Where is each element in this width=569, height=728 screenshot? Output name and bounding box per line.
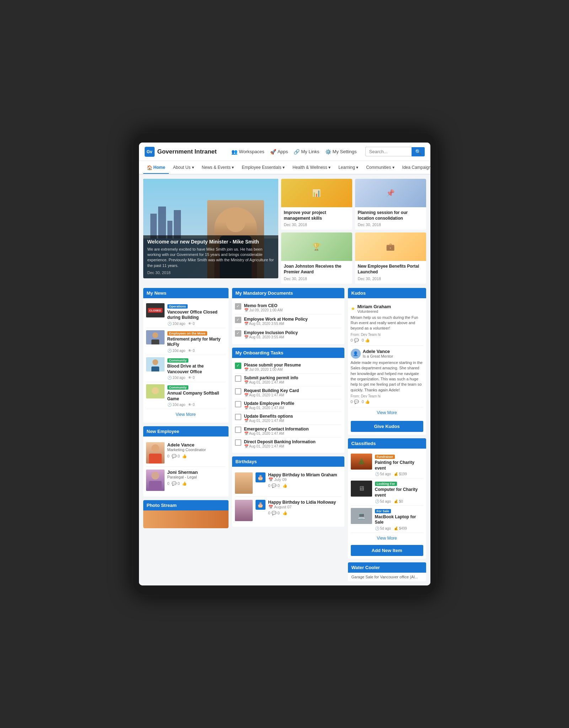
- col-mid: My Mandatory Documents ✓ Memo from CEO 📅…: [232, 288, 344, 527]
- task-info-1: Please submit your Resume 📅 Jul 09, 2020…: [244, 363, 301, 371]
- nav-learning[interactable]: Learning ▾: [335, 162, 362, 173]
- hero-card-4-title: New Employee Benefits Portal Launched: [358, 264, 423, 275]
- water-cooler-preview: Garage Sale for Vancouver office (Al...: [348, 573, 426, 581]
- settings-icon: ⚙️: [325, 149, 331, 155]
- bday-actions-2: 0 💬 0 👍: [268, 511, 342, 515]
- emp-avatar-1: [146, 442, 165, 464]
- birthday-item-1[interactable]: 🎂 Happy Birthday to Miriam Graham 📅 July…: [235, 470, 342, 497]
- hero-card-1[interactable]: 📊 Improve your project management skills…: [281, 179, 352, 230]
- mandatory-docs-widget: My Mandatory Documents ✓ Memo from CEO 📅…: [232, 288, 344, 344]
- onboarding-header: My Onboarding Tasks: [232, 348, 344, 358]
- classifieds-view-more[interactable]: View More: [351, 533, 423, 544]
- doc-item-1[interactable]: ✓ Memo from CEO 📅 Jul 09, 2020 1:00 AM: [235, 301, 342, 315]
- hero-card-3-title: Joan Johnston Receives the Premier Award: [284, 264, 349, 275]
- news-item-3[interactable]: Community Blood Drive at the Vancouver O…: [146, 355, 226, 382]
- nav-apps[interactable]: 🚀 Apps: [270, 149, 288, 155]
- task-item-6[interactable]: ✓ Emergency Contact Information 📅 Aug 01…: [235, 425, 342, 438]
- emp-info-1: Adele Vance Marketing Coordinator 0 💬 0 …: [167, 442, 226, 459]
- employee-item-1[interactable]: Adele Vance Marketing Coordinator 0 💬 0 …: [146, 439, 226, 467]
- classified-item-1[interactable]: 🌲 Fundraiser Painting for Charity event …: [351, 451, 423, 478]
- task-item-2[interactable]: ✓ Submit parking permit info 📅 Aug 01, 2…: [235, 374, 342, 386]
- nav-workspaces[interactable]: 👥 Workspaces: [231, 149, 264, 155]
- search-button[interactable]: 🔍: [412, 147, 425, 156]
- hero-main[interactable]: Welcome our new Deputy Minister - Mike S…: [143, 179, 278, 278]
- nav-about[interactable]: About Us ▾: [170, 162, 198, 173]
- task-date-6: 📅 Aug 01, 2020 1:47 AM: [244, 432, 309, 435]
- news-tag-4: Community: [167, 385, 189, 390]
- bday-date-2: 📅 August 07: [268, 505, 342, 509]
- news-meta-3: 🕐 10d ago 👁 0: [167, 376, 226, 380]
- news-thumb-3: [146, 357, 165, 371]
- hero-card-4[interactable]: 💼 New Employee Benefits Portal Launched …: [355, 232, 426, 283]
- task-title-1: Please submit your Resume: [244, 363, 301, 368]
- doc-info-2: Employee Work at Home Policy 📅 Aug 03, 2…: [244, 317, 308, 326]
- workspaces-icon: 👥: [231, 149, 237, 155]
- classified-tag-3: For Sale: [375, 509, 391, 513]
- task-item-3[interactable]: ✓ Request Building Key Card 📅 Aug 01, 20…: [235, 386, 342, 399]
- doc-item-2[interactable]: ✓ Employee Work at Home Policy 📅 Aug 03,…: [235, 315, 342, 328]
- nav-settings[interactable]: ⚙️ My Settings: [325, 149, 357, 155]
- doc-check-2: ✓: [235, 317, 241, 323]
- kudo-item-1[interactable]: ★ Miriam Graham Volunteered Miriam help …: [351, 301, 423, 346]
- task-info-2: Submit parking permit info 📅 Aug 01, 202…: [244, 375, 299, 384]
- hero-card-1-title: Improve your project management skills: [284, 210, 349, 221]
- nav-health[interactable]: Health & Wellness ▾: [289, 162, 334, 173]
- classified-item-3[interactable]: 💻 For Sale MacBook Laptop for Sale 🕐 5d …: [351, 506, 423, 533]
- bday-name-2: Happy Birthday to Lidia Holloway: [268, 500, 342, 505]
- nav-home[interactable]: 🏠 Home: [143, 162, 169, 174]
- classified-item-2[interactable]: 🖥 Looking For Computer for Charity event…: [351, 478, 423, 505]
- doc-date-3: 📅 Aug 03, 2020 3:55 AM: [244, 335, 298, 339]
- my-news-header: My News: [143, 288, 229, 298]
- give-kudos-button[interactable]: Give Kudos: [351, 421, 423, 432]
- news-item-4[interactable]: Community Annual Company Softball Game 🕐…: [146, 382, 226, 409]
- new-employee-header: New Employee: [143, 426, 229, 437]
- bday-info-2: Happy Birthday to Lidia Holloway 📅 Augus…: [268, 500, 342, 515]
- task-item-1[interactable]: ✓ Please submit your Resume 📅 Jul 09, 20…: [235, 361, 342, 374]
- hero-card-2[interactable]: 📌 Planning session for our location cons…: [355, 179, 426, 230]
- hero-card-3[interactable]: 🏆 Joan Johnston Receives the Premier Awa…: [281, 232, 352, 283]
- emp-name-1: Adele Vance: [167, 442, 226, 448]
- task-check-5: ✓: [235, 414, 241, 420]
- nav-mylinks[interactable]: 🔗 My Links: [294, 149, 319, 155]
- add-new-item-button[interactable]: Add New Item: [351, 545, 423, 556]
- nav-bar: 🏠 Home About Us ▾ News & Events ▾ Employ…: [139, 161, 430, 175]
- bday-avatar-1: [235, 472, 253, 494]
- task-check-7: ✓: [235, 439, 241, 446]
- task-title-4: Update Employee Profile: [244, 401, 294, 406]
- news-title-2: Retirement party for Marty McFly: [167, 337, 226, 348]
- bday-avatar-2: [235, 500, 253, 521]
- classified-thumb-1: 🌲: [351, 454, 372, 470]
- task-item-5[interactable]: ✓ Update Benefits options 📅 Aug 01, 2020…: [235, 412, 342, 425]
- mandatory-docs-header: My Mandatory Documents: [232, 288, 344, 298]
- bday-icon-1: 🎂: [256, 472, 265, 482]
- kudo-actions-2: 0 💬 0 👍: [351, 400, 423, 404]
- task-item-7[interactable]: ✓ Direct Deposit Banking Information 📅 A…: [235, 438, 342, 450]
- task-date-7: 📅 Aug 01, 2020 1:47 AM: [244, 444, 316, 448]
- photo-stream-header: Photo Stream: [143, 500, 229, 510]
- col-left: My News CLOSED Operations V: [143, 288, 229, 529]
- news-item-1[interactable]: CLOSED Operations Vancouver Office Close…: [146, 301, 226, 328]
- task-item-4[interactable]: ✓ Update Employee Profile 📅 Aug 01, 2020…: [235, 399, 342, 412]
- search-input[interactable]: [365, 147, 412, 156]
- employee-item-2[interactable]: Joni Sherman Paralegal - Legal 0 💬 0 👍: [146, 467, 226, 494]
- nav-employee-essentials[interactable]: Employee Essentials ▾: [238, 162, 288, 173]
- task-title-6: Emergency Contact Information: [244, 427, 309, 432]
- classified-thumb-3: 💻: [351, 508, 372, 524]
- classified-thumb-2: 🖥: [351, 481, 372, 497]
- kudo-header-2: 👤 Adele Vance Is a Great Mentor: [351, 349, 423, 359]
- news-view-more[interactable]: View More: [146, 409, 226, 420]
- emp-title-1: Marketing Coordinator: [167, 448, 226, 452]
- nav-idea[interactable]: Idea Campaigns ▾: [399, 162, 430, 173]
- kudo-item-2[interactable]: 👤 Adele Vance Is a Great Mentor Adele ma…: [351, 346, 423, 407]
- birthday-item-2[interactable]: 🎂 Happy Birthday to Lidia Holloway 📅 Aug…: [235, 497, 342, 524]
- doc-item-3[interactable]: ✓ Employee Inclusion Policy 📅 Aug 03, 20…: [235, 328, 342, 341]
- news-item-2[interactable]: Employees on the Move Retirement party f…: [146, 328, 226, 355]
- doc-title-2: Employee Work at Home Policy: [244, 317, 308, 322]
- hero-section: Welcome our new Deputy Minister - Mike S…: [143, 179, 426, 283]
- emp-title-2: Paralegal - Legal: [167, 475, 226, 479]
- kudo-name-2: Adele Vance Is a Great Mentor: [363, 349, 393, 358]
- nav-communities[interactable]: Communities ▾: [363, 162, 398, 173]
- nav-news[interactable]: News & Events ▾: [198, 162, 238, 173]
- kudos-view-more[interactable]: View More: [351, 407, 423, 418]
- bday-actions-1: 0 💬 0 👍: [268, 483, 342, 488]
